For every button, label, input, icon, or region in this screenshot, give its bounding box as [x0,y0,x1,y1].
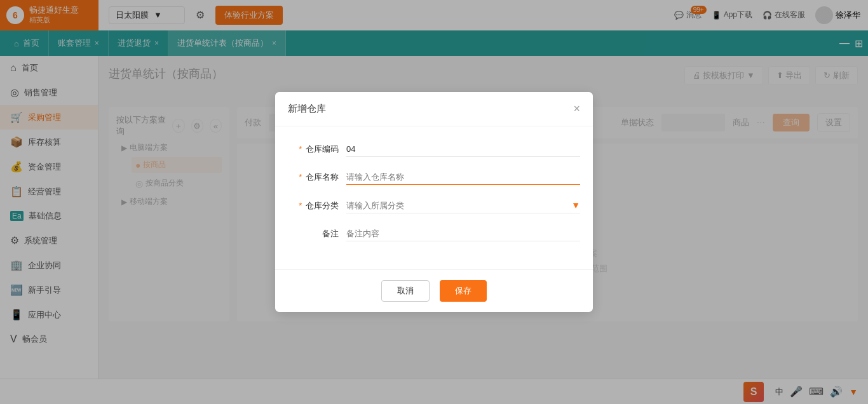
required-star-code: * [299,144,302,154]
modal-header: 新增仓库 × [275,92,593,126]
category-select-wrapper[interactable]: ▼ [346,198,580,213]
note-input[interactable] [346,226,580,241]
warehouse-code-input[interactable] [346,142,580,157]
note-label: 备注 [288,228,339,239]
category-dropdown-arrow: ▼ [571,200,580,210]
required-star-category: * [299,201,302,210]
name-label: * 仓库名称 [288,172,339,183]
warehouse-name-input[interactable] [346,170,580,185]
modal-close-button[interactable]: × [573,102,580,116]
code-label: * 仓库编码 [288,144,339,155]
required-star-name: * [299,172,302,182]
form-row-category: * 仓库分类 ▼ [288,198,580,213]
form-row-note: 备注 [288,226,580,241]
category-label: * 仓库分类 [288,200,339,212]
cancel-button[interactable]: 取消 [381,280,430,302]
add-warehouse-modal: 新增仓库 × * 仓库编码 * 仓库名称 [275,92,593,312]
form-row-name: * 仓库名称 [288,170,580,185]
modal-body: * 仓库编码 * 仓库名称 * 仓库分类 [275,126,593,269]
modal-footer: 取消 保存 [275,269,593,312]
save-button[interactable]: 保存 [440,280,487,302]
modal-title: 新增仓库 [288,103,326,115]
category-select-input[interactable] [346,201,571,210]
modal-overlay: 新增仓库 × * 仓库编码 * 仓库名称 [0,0,868,404]
form-row-code: * 仓库编码 [288,142,580,157]
